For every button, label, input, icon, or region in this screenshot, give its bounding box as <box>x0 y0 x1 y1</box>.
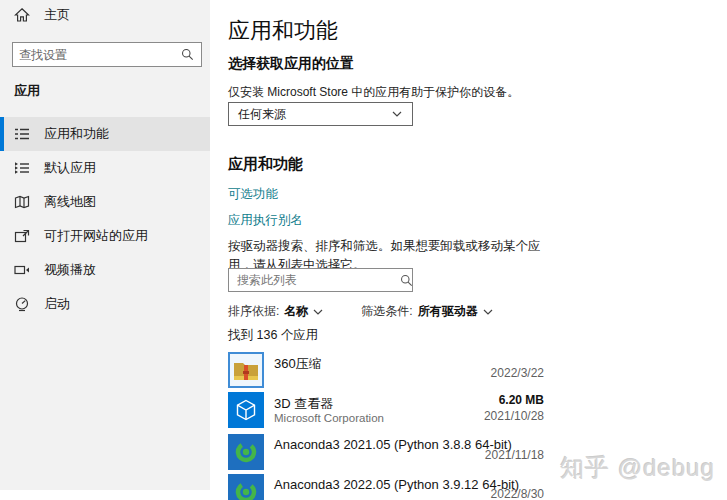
apps-features-heading: 应用和功能 <box>228 155 303 174</box>
settings-window: 主页 应用 应用和功能 <box>0 0 727 500</box>
apps-features-icon <box>14 126 30 142</box>
app-date: 2021/11/18 <box>485 448 544 462</box>
360zip-icon <box>228 352 264 388</box>
3d-viewer-icon <box>228 392 264 428</box>
sidebar-item-label: 离线地图 <box>44 193 96 211</box>
app-list-search-input[interactable] <box>229 273 400 287</box>
sort-by-value: 名称 <box>284 303 308 320</box>
app-row-anaconda-2022[interactable]: Anaconda3 2022.05 (Python 3.9.12 64-bit)… <box>228 474 544 500</box>
filter-by-dropdown[interactable]: 所有驱动器 <box>418 303 493 320</box>
store-protect-text: 仅安装 Microsoft Store 中的应用有助于保护你的设备。 <box>228 84 519 101</box>
sidebar-section-title: 应用 <box>14 82 40 100</box>
search-icon <box>181 48 194 61</box>
app-execution-aliases-link[interactable]: 应用执行别名 <box>228 212 303 229</box>
home-label: 主页 <box>44 6 70 24</box>
sidebar-item-apps-features[interactable]: 应用和功能 <box>0 117 210 151</box>
default-apps-icon <box>14 160 30 176</box>
sidebar-nav: 应用和功能 默认应用 离线地图 <box>0 117 210 321</box>
sidebar-item-default-apps[interactable]: 默认应用 <box>0 151 210 185</box>
sidebar-home[interactable]: 主页 <box>0 0 210 30</box>
app-row-3d-viewer[interactable]: 3D 查看器 Microsoft Corporation 6.20 MB 202… <box>228 392 544 432</box>
video-playback-icon <box>14 262 30 278</box>
sidebar: 主页 应用 应用和功能 <box>0 0 210 490</box>
chevron-down-icon <box>313 309 323 315</box>
sidebar-item-label: 应用和功能 <box>44 125 109 143</box>
sidebar-item-startup[interactable]: 启动 <box>0 287 210 321</box>
chevron-down-icon <box>392 111 402 117</box>
app-size: 6.20 MB <box>499 393 544 407</box>
sidebar-item-video-playback[interactable]: 视频播放 <box>0 253 210 287</box>
app-name: Anaconda3 2022.05 (Python 3.9.12 64-bit) <box>274 477 519 492</box>
sidebar-item-label: 视频播放 <box>44 261 96 279</box>
app-date: 2021/10/28 <box>484 409 544 423</box>
app-source-dropdown[interactable]: 任何来源 <box>228 102 413 126</box>
apps-found-count: 找到 136 个应用 <box>228 327 318 344</box>
settings-search-input[interactable] <box>13 48 181 62</box>
app-publisher: Microsoft Corporation <box>274 412 384 424</box>
sort-by-label: 排序依据: <box>228 303 279 320</box>
selected-accent-bar <box>0 117 4 151</box>
apps-for-websites-icon <box>14 228 30 244</box>
sort-by-dropdown[interactable]: 名称 <box>284 303 323 320</box>
sidebar-item-apps-for-websites[interactable]: 可打开网站的应用 <box>0 219 210 253</box>
app-date: 2022/8/30 <box>491 487 544 500</box>
home-icon <box>14 7 30 23</box>
sidebar-item-label: 可打开网站的应用 <box>44 227 148 245</box>
anaconda-icon <box>228 434 264 470</box>
zhihu-watermark: 知乎 @debug <box>560 452 715 484</box>
offline-maps-icon <box>14 194 30 210</box>
app-name: Anaconda3 2021.05 (Python 3.8.8 64-bit) <box>274 437 512 452</box>
settings-search[interactable] <box>12 42 202 67</box>
page-title: 应用和功能 <box>228 16 338 46</box>
app-name: 3D 查看器 <box>274 395 333 413</box>
sort-filter-bar: 排序依据: 名称 筛选条件: 所有驱动器 <box>228 303 493 320</box>
main-content: 应用和功能 选择获取应用的位置 仅安装 Microsoft Store 中的应用… <box>228 0 727 500</box>
chevron-down-icon <box>483 309 493 315</box>
sidebar-item-label: 启动 <box>44 295 70 313</box>
app-date: 2022/3/22 <box>491 366 544 380</box>
choose-source-heading: 选择获取应用的位置 <box>228 55 354 73</box>
startup-icon <box>14 296 30 312</box>
optional-features-link[interactable]: 可选功能 <box>228 186 278 203</box>
app-list-search[interactable] <box>228 268 413 292</box>
sidebar-item-label: 默认应用 <box>44 159 96 177</box>
app-name: 360压缩 <box>274 355 322 373</box>
filter-by-value: 所有驱动器 <box>418 303 478 320</box>
sidebar-item-offline-maps[interactable]: 离线地图 <box>0 185 210 219</box>
app-row-360zip[interactable]: 360压缩 2022/3/22 <box>228 352 544 392</box>
app-row-anaconda-2021[interactable]: Anaconda3 2021.05 (Python 3.8.8 64-bit) … <box>228 434 544 474</box>
filter-by-label: 筛选条件: <box>361 303 412 320</box>
anaconda-icon <box>228 474 264 500</box>
search-icon <box>400 274 413 287</box>
app-source-value: 任何来源 <box>229 106 392 123</box>
